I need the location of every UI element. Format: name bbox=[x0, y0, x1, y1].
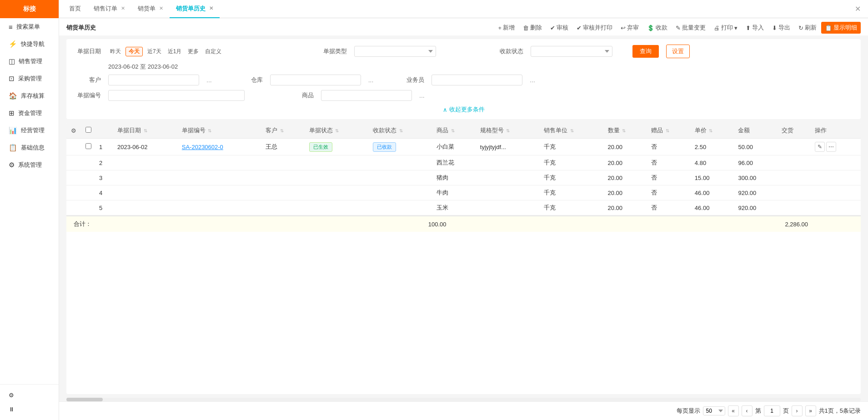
row-checkbox[interactable] bbox=[85, 143, 91, 149]
print-button[interactable]: 🖨 打印 ▾ bbox=[710, 22, 741, 34]
row-action bbox=[811, 170, 861, 185]
refresh-button[interactable]: ↻ 刷新 bbox=[795, 22, 820, 34]
first-page-btn[interactable]: « bbox=[728, 405, 739, 416]
customer-input[interactable] bbox=[108, 75, 199, 85]
date-btn-yesterday[interactable]: 昨天 bbox=[108, 47, 123, 56]
col-action: 操作 bbox=[811, 123, 861, 139]
customer-dots[interactable]: ... bbox=[206, 76, 212, 84]
salesperson-input[interactable] bbox=[431, 75, 522, 85]
col-qty-sort[interactable]: ⇅ bbox=[622, 128, 626, 133]
prev-page-btn[interactable]: ‹ bbox=[742, 405, 753, 416]
row-price: 2.50 bbox=[691, 139, 735, 155]
sidebar-bottom-settings[interactable]: ⚙ bbox=[0, 388, 59, 402]
tab-home[interactable]: 首页 bbox=[63, 0, 87, 18]
tab-sales-order[interactable]: 销售订单 ✕ bbox=[87, 0, 131, 18]
date-btn-custom[interactable]: 自定义 bbox=[203, 47, 223, 56]
goods-dots[interactable]: ... bbox=[419, 92, 425, 99]
col-price-sort[interactable]: ⇅ bbox=[709, 128, 712, 133]
row-trade bbox=[778, 200, 811, 215]
audit-button[interactable]: ✔ 审核 bbox=[547, 22, 572, 34]
audit-print-button[interactable]: ✔ 审核并打印 bbox=[573, 22, 616, 34]
col-spec-sort[interactable]: ⇅ bbox=[506, 128, 510, 133]
doc-no-link[interactable]: SA-20230602-0 bbox=[182, 144, 223, 150]
row-spec bbox=[477, 185, 540, 200]
table-row: 1 2023-06-02 SA-20230602-0 王总 已生效 已收款 小白… bbox=[66, 139, 861, 155]
batch-change-button[interactable]: ✎ 批量变更 bbox=[672, 22, 709, 34]
goods-input[interactable] bbox=[321, 90, 412, 101]
col-doc-status-sort[interactable]: ⇅ bbox=[335, 128, 339, 133]
sidebar-item-capital-mgmt[interactable]: ⊞ 资金管理 bbox=[0, 105, 59, 122]
basic-info-icon: 📋 bbox=[9, 144, 17, 152]
sidebar-item-business-mgmt[interactable]: 📊 经营管理 bbox=[0, 122, 59, 139]
delete-button[interactable]: 🗑 删除 bbox=[519, 22, 546, 34]
col-doc-no-label: 单据编号 bbox=[182, 127, 206, 134]
more-action-btn[interactable]: ⋯ bbox=[826, 142, 836, 152]
audit-icon: ✔ bbox=[550, 25, 555, 31]
sidebar-item-label: 基础信息 bbox=[21, 144, 45, 152]
sidebar-item-sales-mgmt[interactable]: ◫ 销售管理 bbox=[0, 53, 59, 70]
last-page-btn[interactable]: » bbox=[805, 405, 816, 416]
col-collect-status-sort[interactable]: ⇅ bbox=[399, 128, 403, 133]
col-doc-no-sort[interactable]: ⇅ bbox=[208, 128, 211, 133]
discard-button[interactable]: ↩ 弃审 bbox=[617, 22, 642, 34]
query-button[interactable]: 查询 bbox=[632, 45, 659, 58]
sidebar-item-system-mgmt[interactable]: ⚙ 系统管理 bbox=[0, 156, 59, 174]
col-settings-icon[interactable]: ⚙ bbox=[71, 127, 76, 134]
tab-sales-delivery[interactable]: 销货单 ✕ bbox=[131, 0, 170, 18]
col-gift-sort[interactable]: ⇅ bbox=[666, 128, 669, 133]
row-gift: 否 bbox=[647, 139, 691, 155]
col-qty: 数量 ⇅ bbox=[604, 123, 648, 139]
scrollbar-thumb[interactable] bbox=[66, 398, 103, 401]
select-all-checkbox[interactable] bbox=[85, 127, 91, 133]
page-input[interactable] bbox=[764, 405, 780, 416]
edit-action-btn[interactable]: ✎ bbox=[815, 142, 825, 152]
filter-area: 单据日期 昨天 今天 近7天 近1月 更多 自定义 单据类型 收款状态 bbox=[66, 39, 861, 119]
sidebar-item-label: 系统管理 bbox=[18, 161, 42, 169]
close-sales-history-tab[interactable]: ✕ bbox=[209, 5, 213, 11]
collapse-label: 收起更多条件 bbox=[449, 105, 485, 114]
col-goods-sort[interactable]: ⇅ bbox=[451, 128, 455, 133]
collect-status-select[interactable] bbox=[531, 46, 612, 57]
doc-no-input[interactable] bbox=[108, 90, 245, 101]
export-button[interactable]: ⬇ 导出 bbox=[768, 22, 794, 34]
warehouse-input[interactable] bbox=[270, 75, 361, 85]
page-size-select[interactable]: 50 100 200 bbox=[703, 406, 725, 415]
sidebar-item-inventory[interactable]: 🏠 库存核算 bbox=[0, 87, 59, 105]
new-button[interactable]: + 新增 bbox=[494, 22, 518, 34]
col-settings: ⚙ bbox=[66, 123, 81, 139]
settings-filter-button[interactable]: 设置 bbox=[666, 45, 690, 58]
collapse-btn[interactable]: ∧ 收起更多条件 bbox=[74, 105, 853, 114]
sidebar-item-purchase-mgmt[interactable]: ⊡ 采购管理 bbox=[0, 70, 59, 87]
import-button[interactable]: ⬆ 导入 bbox=[742, 22, 768, 34]
col-gift-label: 赠品 bbox=[651, 127, 663, 134]
sidebar-bottom-pause[interactable]: ⏸ bbox=[0, 402, 59, 416]
table-wrap: ⚙ 单据日期 ⇅ 单据编号 ⇅ 客户 bbox=[66, 123, 861, 394]
warehouse-dots[interactable]: ... bbox=[368, 76, 374, 84]
sidebar-item-basic-info[interactable]: 📋 基础信息 bbox=[0, 139, 59, 156]
horizontal-scrollbar[interactable] bbox=[66, 398, 861, 401]
close-all-tabs[interactable]: ✕ bbox=[851, 5, 864, 13]
tab-sales-history[interactable]: 销货单历史 ✕ bbox=[170, 0, 220, 18]
row-doc-status bbox=[306, 200, 369, 215]
collect-button[interactable]: 💲 收款 bbox=[643, 22, 671, 34]
doc-type-select[interactable] bbox=[354, 46, 436, 57]
date-btn-today[interactable]: 今天 bbox=[125, 47, 143, 56]
date-btn-last7[interactable]: 近7天 bbox=[146, 47, 163, 56]
close-sales-delivery-tab[interactable]: ✕ bbox=[159, 5, 163, 11]
batch-change-icon: ✎ bbox=[676, 25, 681, 31]
table-row: 5 玉米 千克 20.00 否 46.00 920.00 bbox=[66, 200, 861, 215]
sidebar-item-quick-nav[interactable]: ⚡ 快捷导航 bbox=[0, 35, 59, 53]
show-detail-button[interactable]: 📋 显示明细 bbox=[821, 22, 861, 34]
col-customer-sort[interactable]: ⇅ bbox=[280, 128, 284, 133]
col-checkbox bbox=[81, 123, 95, 139]
date-btn-more[interactable]: 更多 bbox=[186, 47, 201, 56]
close-sales-order-tab[interactable]: ✕ bbox=[121, 5, 125, 11]
col-doc-date-sort[interactable]: ⇅ bbox=[144, 128, 147, 133]
doc-type-label: 单据类型 bbox=[320, 47, 347, 55]
row-goods: 西兰花 bbox=[433, 155, 477, 170]
col-unit-sort[interactable]: ⇅ bbox=[570, 128, 574, 133]
date-btn-last1m[interactable]: 近1月 bbox=[166, 47, 184, 56]
next-page-btn[interactable]: › bbox=[792, 405, 803, 416]
sidebar-item-search-menu[interactable]: ≡ 搜索菜单 bbox=[0, 18, 59, 35]
salesperson-dots[interactable]: ... bbox=[530, 76, 535, 84]
